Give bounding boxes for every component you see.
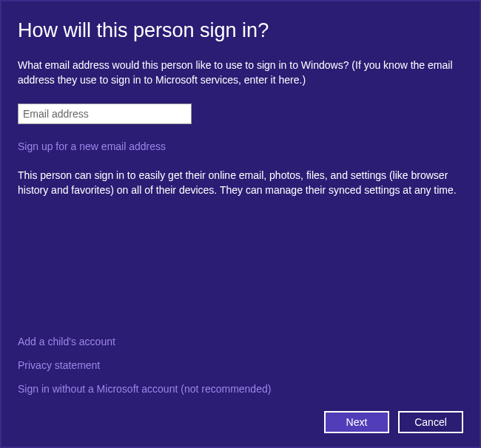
privacy-link[interactable]: Privacy statement: [18, 359, 271, 371]
info-text: This person can sign in to easily get th…: [18, 169, 463, 197]
next-button[interactable]: Next: [324, 411, 389, 433]
description-text: What email address would this person lik…: [18, 58, 463, 87]
page-title: How will this person sign in?: [18, 19, 463, 42]
button-row: Next Cancel: [324, 411, 463, 433]
no-account-link[interactable]: Sign in without a Microsoft account (not…: [18, 383, 271, 395]
signup-link[interactable]: Sign up for a new email address: [18, 140, 166, 152]
add-child-link[interactable]: Add a child's account: [18, 336, 271, 347]
bottom-links: Add a child's account Privacy statement …: [18, 324, 271, 395]
cancel-button[interactable]: Cancel: [398, 411, 463, 433]
email-field[interactable]: [18, 103, 192, 124]
signin-dialog: How will this person sign in? What email…: [0, 0, 481, 448]
